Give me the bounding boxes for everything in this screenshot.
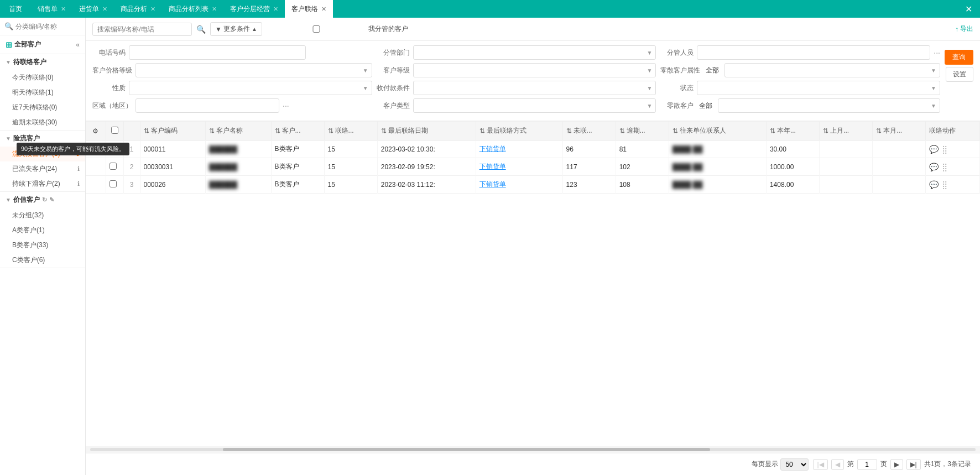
sidebar-search-input[interactable] (15, 23, 86, 30)
cell-method-1[interactable]: 下销货单 (476, 158, 562, 176)
th-last-person[interactable]: ⇅ 往来单位联系人 (669, 122, 766, 140)
tab-analysis[interactable]: 商品分析 ✕ (114, 0, 162, 18)
window-close-button[interactable]: ✕ (957, 4, 980, 14)
filter-price-grade-select[interactable]: ▼ (135, 63, 372, 77)
cell-checkbox-0[interactable] (106, 140, 123, 158)
filter-payment-select[interactable]: ▼ (413, 81, 656, 95)
tab-home[interactable]: 首页 (0, 0, 31, 18)
filter-customer-grade-select[interactable]: ▼ (413, 63, 656, 77)
tab-analysis-list[interactable]: 商品分析列表 ✕ (162, 0, 223, 18)
filter-manager-select[interactable] (697, 45, 930, 60)
filter-retail-attr-select[interactable]: ▼ (724, 63, 940, 77)
valued-edit-icon[interactable]: ✎ (49, 196, 54, 203)
page-number-input[interactable] (857, 459, 877, 470)
filter-phone: 电话号码 (92, 45, 372, 60)
declining-info-icon[interactable]: ℹ (77, 180, 80, 187)
tab-customer-contact[interactable]: 客户联络 ✕ (285, 0, 333, 18)
tab-sales-close[interactable]: ✕ (61, 6, 66, 13)
th-code[interactable]: ⇅ 客户编码 (140, 122, 206, 140)
action-more-icon-1[interactable]: ⣿ (942, 163, 947, 171)
th-type[interactable]: ⇅ 客户... (271, 122, 324, 140)
filter-retail-customer-select[interactable]: ▼ (718, 98, 940, 113)
sidebar-item-today[interactable]: 今天待联络(0) (0, 70, 85, 85)
page-next-btn[interactable]: ▶ (890, 459, 903, 470)
search-input[interactable] (92, 23, 192, 36)
th-gear[interactable]: ⚙ (86, 122, 106, 140)
tab-customer-contact-close[interactable]: ✕ (321, 6, 326, 13)
valued-refresh-icon[interactable]: ↻ (42, 196, 47, 203)
row-checkbox-2[interactable] (110, 180, 117, 187)
more-conditions-btn[interactable]: ▼ 更多条件 ▲ (210, 22, 262, 36)
action-more-icon-2[interactable]: ⣿ (942, 180, 947, 189)
sidebar-item-declining[interactable]: 持续下滑客户(2) ℹ (0, 176, 85, 191)
row-checkbox-0[interactable] (110, 145, 117, 152)
filter-phone-input[interactable] (129, 45, 306, 60)
tab-customer-segment[interactable]: 客户分层经营 ✕ (223, 0, 285, 18)
sidebar-item-7days[interactable]: 近7天待联络(0) (0, 100, 85, 115)
select-all-checkbox[interactable] (111, 127, 118, 134)
sidebar-all-customers[interactable]: ⊞ 全部客户 « (0, 35, 85, 54)
action-more-icon-0[interactable]: ⣿ (942, 145, 947, 154)
sidebar-item-c-class[interactable]: C类客户(6) (0, 253, 85, 268)
sidebar-collapse-icon[interactable]: « (76, 41, 80, 49)
filter-status-select[interactable]: ▼ (697, 81, 940, 95)
page-first-btn[interactable]: |◀ (813, 459, 827, 470)
th-contact[interactable]: ⇅ 联络... (324, 122, 377, 140)
filter-gender-select[interactable]: ▼ (129, 81, 372, 95)
scroll-bar-thumb[interactable] (223, 448, 710, 451)
sidebar-item-ungrouped[interactable]: 未分组(32) (0, 208, 85, 223)
cell-method-2[interactable]: 下销货单 (476, 176, 562, 194)
tab-customer-segment-close[interactable]: ✕ (273, 6, 278, 13)
page-last-btn[interactable]: ▶| (906, 459, 921, 470)
filter-dept-select[interactable]: ▼ (413, 45, 656, 60)
tab-analysis-close[interactable]: ✕ (150, 6, 155, 13)
lost-info-icon[interactable]: ℹ (77, 165, 80, 173)
sidebar-group-valued-header[interactable]: ▼ 价值客户 ↻ ✎ (0, 192, 85, 208)
filter-search-icon[interactable]: 🔍 (196, 25, 206, 34)
row-checkbox-1[interactable] (110, 163, 117, 170)
settings-button[interactable]: 设置 (946, 67, 973, 82)
sidebar: 🔍 ⊞ 全部客户 « ▼ 待联络客户 今天待联络(0) 明天待联络(1) 近7天 (0, 18, 86, 475)
filter-region-more[interactable]: ··· (283, 101, 289, 110)
filter-customer-type-select[interactable]: ▼ (413, 98, 656, 113)
page-prev-btn[interactable]: ◀ (831, 459, 844, 470)
tab-analysis-list-close[interactable]: ✕ (212, 6, 217, 13)
tab-purchase[interactable]: 进货单 ✕ (72, 0, 114, 18)
sidebar-group-lostrisk-header[interactable]: ▼ 险流客户 (0, 131, 85, 147)
action-chat-icon-2[interactable]: 💬 (929, 180, 939, 189)
my-customers-checkbox-label[interactable]: 我分管的客户 (267, 24, 408, 34)
th-last-date[interactable]: ⇅ 最后联络日期 (377, 122, 476, 140)
query-button[interactable]: 查询 (945, 50, 973, 65)
th-this-month[interactable]: ⇅ 本月... (873, 122, 926, 140)
th-last-month[interactable]: ⇅ 上月... (820, 122, 873, 140)
gear-icon[interactable]: ⚙ (92, 127, 98, 135)
cell-method-0[interactable]: 下销货单 (476, 140, 562, 158)
th-last-method[interactable]: ⇅ 最后联络方式 (476, 122, 562, 140)
filter-manager-more[interactable]: ··· (934, 48, 940, 57)
export-btn[interactable]: ↑ 导出 (955, 24, 973, 34)
my-customers-checkbox[interactable] (267, 25, 366, 33)
sidebar-item-a-class[interactable]: A类客户(1) (0, 223, 85, 238)
th-overdue[interactable]: ⇅ 逾期... (616, 122, 669, 140)
sidebar-item-tomorrow[interactable]: 明天待联络(1) (0, 85, 85, 100)
th-this-year[interactable]: ⇅ 本年... (766, 122, 819, 140)
scroll-bar-track[interactable] (90, 448, 976, 451)
th-name[interactable]: ⇅ 客户名称 (206, 122, 272, 140)
sidebar-item-loss-warning[interactable]: 流失预警客户(3) ● (0, 147, 85, 161)
sidebar-item-b-class[interactable]: B类客户(33) (0, 238, 85, 253)
th-uncontacted[interactable]: ⇅ 未联... (562, 122, 616, 140)
tab-purchase-close[interactable]: ✕ (102, 6, 107, 13)
cell-checkbox-1[interactable] (106, 158, 123, 176)
scroll-bar-area[interactable] (86, 446, 980, 453)
tab-sales[interactable]: 销售单 ✕ (31, 0, 72, 18)
sidebar-item-lost[interactable]: 已流失客户(24) ℹ (0, 161, 85, 176)
sidebar-item-overdue[interactable]: 逾期未联络(30) (0, 115, 85, 130)
filter-region-select[interactable] (135, 98, 279, 113)
sidebar-group-pending-header[interactable]: ▼ 待联络客户 (0, 54, 85, 70)
action-chat-icon-1[interactable]: 💬 (929, 163, 939, 171)
th-checkbox[interactable] (106, 122, 123, 140)
cell-name-1: ██████ (206, 158, 272, 176)
per-page-select[interactable]: 50 20 100 (780, 458, 809, 471)
cell-checkbox-2[interactable] (106, 176, 123, 194)
action-chat-icon-0[interactable]: 💬 (929, 145, 939, 154)
